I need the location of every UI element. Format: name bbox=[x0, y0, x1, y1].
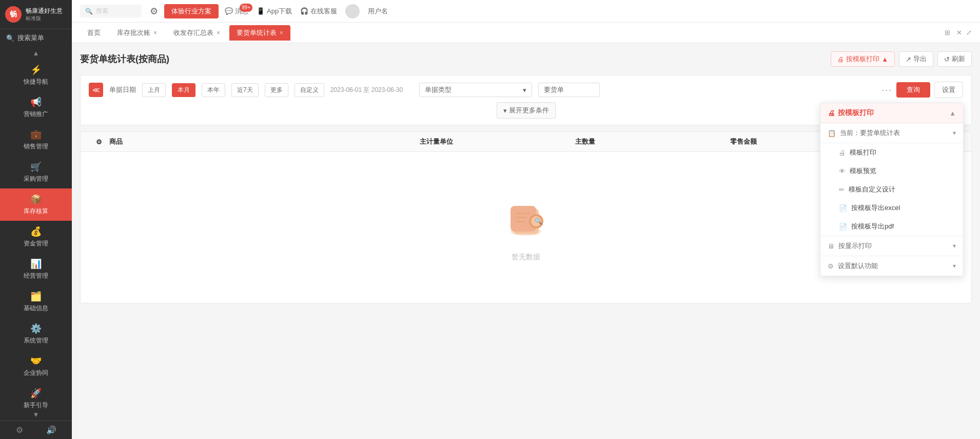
basic-icon: 🗂️ bbox=[30, 291, 42, 302]
message-button[interactable]: 💬 消息 99+ bbox=[225, 7, 248, 16]
close-window-icon[interactable]: ✕ bbox=[956, 29, 962, 36]
template-print-item[interactable]: 🖨 模板打印 bbox=[820, 143, 963, 162]
edit-icon: ✏ bbox=[839, 186, 845, 194]
yaohuo-select[interactable]: 要货单 bbox=[538, 83, 600, 97]
date-btn-近7天[interactable]: 近7天 bbox=[231, 83, 259, 97]
sidebar-item-purchase[interactable]: 🛒采购管理 bbox=[0, 156, 72, 188]
trial-button[interactable]: 体验行业方案 bbox=[164, 4, 219, 18]
current-template-item[interactable]: 📋 当前：要货单统计表 ▾ bbox=[820, 123, 963, 143]
system-icon: ⚙️ bbox=[30, 323, 42, 334]
gear-icon2: ⚙ bbox=[96, 138, 102, 146]
sidebar-item-sales[interactable]: 💼销售管理 bbox=[0, 124, 72, 156]
sidebar-item-inventory[interactable]: 📦库存核算 bbox=[0, 188, 72, 221]
search-bar-text: 搜索 bbox=[96, 7, 108, 15]
maximize-window-icon[interactable]: ⤢ bbox=[966, 29, 972, 36]
excel-icon: 📄 bbox=[839, 204, 847, 212]
current-chevron: ▾ bbox=[953, 129, 956, 137]
date-range: 2023-06-01 至 2023-06-30 bbox=[330, 86, 403, 94]
file-icon: 📋 bbox=[828, 129, 836, 137]
dropdown-chevron-up[interactable]: ▲ bbox=[949, 109, 956, 117]
printer-icon3: 🖨 bbox=[839, 149, 846, 157]
date-btn-本月[interactable]: 本月 bbox=[172, 83, 195, 97]
sidebar-item-marketing[interactable]: 📢营销推广 bbox=[0, 91, 72, 124]
sidebar-item-label-inventory: 库存核算 bbox=[24, 207, 48, 216]
refresh-icon: ↺ bbox=[944, 55, 950, 63]
gear-button[interactable]: ⚙ bbox=[150, 6, 158, 17]
col-settings-header[interactable]: ⚙ bbox=[89, 138, 109, 146]
filter-settings-button[interactable]: 设置 bbox=[934, 82, 963, 98]
sidebar-scroll-up[interactable]: ▲ bbox=[0, 47, 72, 59]
search-icon: 🔍 bbox=[6, 34, 14, 42]
current-template-section: 📋 当前：要货单统计表 ▾ bbox=[820, 123, 963, 143]
sidebar-item-finance[interactable]: 💰资金管理 bbox=[0, 221, 72, 253]
page-header: 要货单统计表(按商品) 🖨 按模板打印 ▲ ↗ 导出 ↺ 刷新 bbox=[80, 51, 972, 67]
query-button[interactable]: 查询 bbox=[896, 82, 930, 98]
tab-close-icon[interactable]: × bbox=[153, 29, 157, 36]
user-avatar[interactable] bbox=[345, 4, 360, 18]
date-btn-上月[interactable]: 上月 bbox=[142, 83, 166, 97]
dropdown-header-right: ▲ bbox=[949, 109, 956, 117]
online-service-button[interactable]: 🎧 在线客服 bbox=[300, 7, 337, 16]
display-print-section: 🖥 按显示打印 ▾ bbox=[820, 236, 963, 256]
tab-expand-button[interactable]: ⊞ bbox=[945, 29, 950, 36]
tab-库存批次账[interactable]: 库存批次账× bbox=[110, 25, 164, 41]
tabs-bar: 首页 库存批次账×收发存汇总表×要货单统计表×⊞ ✕ ⤢ bbox=[72, 23, 980, 43]
sidebar-scroll-down[interactable]: ▼ bbox=[0, 408, 72, 421]
sidebar-item-ops[interactable]: 📊经营管理 bbox=[0, 253, 72, 285]
col-product-header: 商品 bbox=[109, 137, 420, 146]
template-actions-section: 🖨 模板打印 👁 模板预览 ✏ 模板自定义设计 📄 按模板导出excel bbox=[820, 143, 963, 236]
expand-conditions-button[interactable]: ▾ 展开更多条件 bbox=[497, 102, 556, 119]
refresh-button[interactable]: ↺ 刷新 bbox=[937, 51, 972, 67]
enterprise-icon: 🤝 bbox=[30, 355, 42, 367]
dropdown-title: 🖨 按模板打印 bbox=[828, 108, 874, 118]
empty-text: 暂无数据 bbox=[512, 253, 540, 262]
sidebar-search[interactable]: 🔍 搜索菜单 bbox=[0, 29, 72, 47]
col-unit-header: 主计量单位 bbox=[420, 137, 575, 146]
template-export-excel-item[interactable]: 📄 按模板导出excel bbox=[820, 199, 963, 217]
svg-rect-6 bbox=[516, 213, 530, 214]
sidebar-item-label-newbie: 新手引导 bbox=[24, 401, 48, 408]
sidebar-item-quick-nav[interactable]: ⚡快捷导航 bbox=[0, 59, 72, 91]
sidebar-item-system[interactable]: ⚙️系统管理 bbox=[0, 318, 72, 350]
page-title: 要货单统计表(按商品) bbox=[80, 53, 169, 65]
sidebar-item-enterprise[interactable]: 🤝企业协同 bbox=[0, 350, 72, 383]
gear-icon: ⚙ bbox=[150, 6, 158, 16]
headset-icon: 🎧 bbox=[300, 7, 308, 15]
sidebar-item-newbie[interactable]: 🚀新手引导 bbox=[0, 383, 72, 408]
filter-collapse-button[interactable]: ≪ bbox=[89, 83, 103, 97]
svg-text:🔍: 🔍 bbox=[535, 217, 542, 225]
date-btn-自定义[interactable]: 自定义 bbox=[295, 83, 324, 97]
search-bar[interactable]: 🔍 搜索 bbox=[80, 5, 142, 17]
app-download-button[interactable]: 📱 App下载 bbox=[257, 7, 292, 16]
chevron-down-icon: ▾ bbox=[523, 86, 526, 94]
tab-收发存汇总表[interactable]: 收发存汇总表× bbox=[166, 25, 227, 41]
tab-home[interactable]: 首页 bbox=[80, 25, 108, 41]
content-inner: 要货单统计表(按商品) 🖨 按模板打印 ▲ ↗ 导出 ↺ 刷新 bbox=[80, 51, 972, 303]
sidebar-item-basic[interactable]: 🗂️基础信息 bbox=[0, 285, 72, 318]
speaker-icon[interactable]: 🔊 bbox=[46, 425, 56, 435]
date-label: 单据日期 bbox=[109, 85, 136, 94]
display-print-item[interactable]: 🖥 按显示打印 ▾ bbox=[820, 236, 963, 256]
chevron-down-icon2: ▾ bbox=[503, 107, 507, 114]
template-print-button[interactable]: 🖨 按模板打印 ▲ bbox=[831, 51, 895, 67]
search-bar-icon: 🔍 bbox=[85, 8, 93, 15]
pdf-icon: 📄 bbox=[839, 223, 847, 231]
export-button[interactable]: ↗ 导出 bbox=[899, 51, 933, 67]
date-btn-更多[interactable]: 更多 bbox=[265, 83, 288, 97]
template-export-pdf-item[interactable]: 📄 按模板导出pdf bbox=[820, 217, 963, 236]
sidebar-item-label-quick-nav: 快捷导航 bbox=[24, 78, 48, 86]
order-type-select[interactable]: 单据类型 ▾ bbox=[419, 83, 532, 97]
tab-要货单统计表[interactable]: 要货单统计表× bbox=[229, 25, 290, 41]
sidebar-item-label-ops: 经营管理 bbox=[24, 272, 48, 280]
date-btn-本年[interactable]: 本年 bbox=[202, 83, 225, 97]
purchase-icon: 🛒 bbox=[30, 161, 42, 173]
tab-close-icon[interactable]: × bbox=[217, 29, 220, 36]
more-options-icon[interactable]: ··· bbox=[881, 85, 892, 96]
template-design-item[interactable]: ✏ 模板自定义设计 bbox=[820, 180, 963, 199]
tab-close-icon[interactable]: × bbox=[280, 29, 283, 36]
default-func-item[interactable]: ⚙ 设置默认功能 ▾ bbox=[820, 256, 963, 276]
svg-rect-8 bbox=[516, 221, 525, 222]
settings-icon[interactable]: ⚙ bbox=[16, 425, 23, 435]
template-preview-item[interactable]: 👁 模板预览 bbox=[820, 162, 963, 180]
marketing-icon: 📢 bbox=[30, 97, 42, 108]
